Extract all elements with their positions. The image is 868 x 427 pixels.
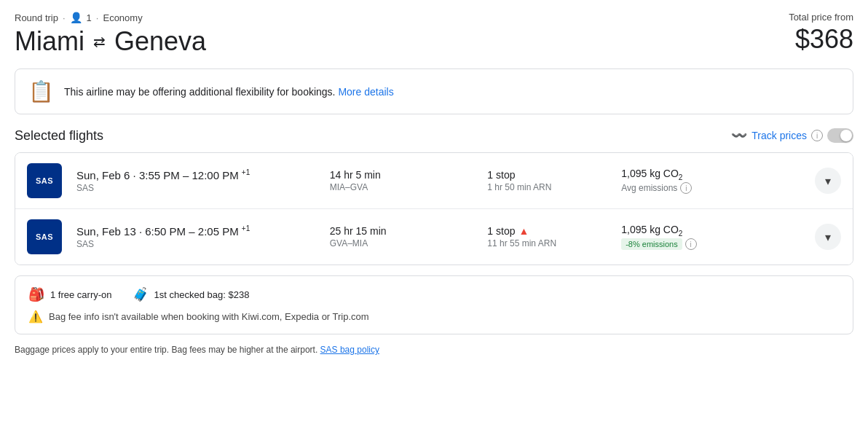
emissions-value-1: 1,095 kg CO2 [621, 168, 800, 181]
flight-emissions-2: 1,095 kg CO2 -8% emissions i [621, 224, 800, 251]
trip-meta: Round trip · 👤 1 · Economy [15, 12, 206, 23]
track-prices-area: 〰️ Track prices i [731, 128, 853, 144]
checked-bag-icon: 🧳 [133, 286, 149, 302]
flight-emissions-1: 1,095 kg CO2 Avg emissions i [621, 168, 800, 195]
section-title: Selected flights [15, 128, 103, 144]
flight-duration-1: 14 hr 5 min MIA–GVA [330, 169, 473, 192]
person-icon: 👤 [70, 12, 82, 23]
total-price-label: Total price from [789, 12, 853, 23]
flight-date-1: Sun, Feb 6 [76, 169, 130, 181]
track-prices-label[interactable]: Track prices [751, 130, 807, 141]
total-price-value: $368 [789, 24, 853, 55]
trip-type-label: Round trip [15, 12, 58, 23]
arrive-time-1: 12:00 PM [192, 169, 238, 181]
emissions-value-2: 1,095 kg CO2 [621, 224, 800, 238]
header-left: Round trip · 👤 1 · Economy Miami ⇄ Genev… [15, 12, 206, 57]
baggage-card: 🎒 1 free carry-on 🧳 1st checked bag: $23… [15, 275, 853, 334]
arrive-time-2: 2:05 PM [198, 225, 239, 238]
header-right: Total price from $368 [789, 12, 853, 55]
warning-icon-2: ▲ [518, 225, 529, 237]
depart-time-1: 3:55 PM [139, 169, 180, 181]
track-info-icon[interactable]: i [811, 130, 823, 141]
flight-date-2: Sun, Feb 13 [76, 225, 136, 238]
baggage-row: 🎒 1 free carry-on 🧳 1st checked bag: $23… [28, 286, 840, 302]
emissions-label-1: Avg emissions i [621, 182, 800, 194]
section-header: Selected flights 〰️ Track prices i [15, 128, 853, 144]
flight-stops-2: 1 stop ▲ 11 hr 55 min ARN [487, 225, 607, 248]
duration-route-1: MIA–GVA [330, 182, 473, 192]
flight-times-1: Sun, Feb 6 · 3:55 PM – 12:00 PM +1 [76, 168, 315, 181]
flexibility-text: This airline may be offering additional … [64, 86, 394, 98]
origin-city: Miami [15, 26, 84, 57]
baggage-warning-text: Bag fee info isn't available when bookin… [49, 311, 369, 322]
more-details-link[interactable]: More details [338, 86, 393, 98]
day-offset-2: +1 [242, 224, 250, 232]
flight-main-1: Sun, Feb 6 · 3:55 PM – 12:00 PM +1 SAS [76, 168, 315, 193]
carry-on-icon: 🎒 [28, 286, 44, 302]
emissions-label-2: -8% emissions i [621, 238, 800, 250]
duration-value-2: 25 hr 15 min [330, 225, 473, 237]
expand-button-2[interactable]: ▾ [815, 224, 841, 250]
depart-time-2: 6:50 PM [145, 225, 186, 238]
footer-note: Baggage prices apply to your entire trip… [15, 345, 853, 355]
stops-main-2: 1 stop ▲ [487, 225, 607, 237]
checked-bag-label: 1st checked bag: $238 [154, 289, 250, 300]
emissions-info-icon-2[interactable]: i [685, 238, 697, 250]
airline-logo-1: SAS [27, 163, 62, 198]
destination-city: Geneva [114, 26, 206, 57]
airline-name-1: SAS [76, 183, 315, 193]
warning-icon: ⚠️ [28, 310, 43, 324]
track-prices-toggle[interactable] [827, 128, 853, 143]
expand-button-1[interactable]: ▾ [815, 168, 841, 194]
passengers-label: 1 [87, 12, 92, 23]
flight-duration-2: 25 hr 15 min GVA–MIA [330, 225, 473, 248]
toggle-knob [840, 130, 852, 141]
baggage-warning: ⚠️ Bag fee info isn't available when boo… [28, 310, 840, 324]
duration-value-1: 14 hr 5 min [330, 169, 473, 181]
flexibility-icon: 📋 [28, 79, 54, 103]
emissions-badge-2: -8% emissions [621, 238, 682, 250]
airline-logo-2: SAS [27, 219, 62, 254]
footer-text: Baggage prices apply to your entire trip… [15, 345, 317, 355]
carry-on-label: 1 free carry-on [50, 289, 112, 300]
flights-container: SAS Sun, Feb 6 · 3:55 PM – 12:00 PM +1 S… [15, 152, 853, 265]
flight-times-2: Sun, Feb 13 · 6:50 PM – 2:05 PM +1 [76, 224, 315, 238]
day-offset-1: +1 [242, 168, 250, 176]
checked-bag-item: 🧳 1st checked bag: $238 [133, 286, 250, 302]
table-row: SAS Sun, Feb 6 · 3:55 PM – 12:00 PM +1 S… [15, 153, 853, 209]
flexibility-banner: 📋 This airline may be offering additiona… [15, 68, 853, 114]
trend-icon: 〰️ [731, 128, 747, 144]
flight-stops-1: 1 stop 1 hr 50 min ARN [487, 169, 607, 192]
airline-name-2: SAS [76, 239, 315, 249]
stops-detail-2: 11 hr 55 min ARN [487, 238, 607, 248]
sas-bag-policy-link[interactable]: SAS bag policy [320, 345, 379, 355]
emissions-info-icon-1[interactable]: i [680, 182, 692, 194]
route-title: Miami ⇄ Geneva [15, 26, 206, 57]
stops-main-1: 1 stop [487, 169, 607, 181]
stops-detail-1: 1 hr 50 min ARN [487, 182, 607, 192]
route-arrow: ⇄ [93, 33, 106, 50]
page-header: Round trip · 👤 1 · Economy Miami ⇄ Genev… [15, 12, 853, 57]
carry-on-item: 🎒 1 free carry-on [28, 286, 112, 302]
duration-route-2: GVA–MIA [330, 238, 473, 248]
table-row: SAS Sun, Feb 13 · 6:50 PM – 2:05 PM +1 S… [15, 209, 853, 265]
cabin-label: Economy [103, 12, 142, 23]
flight-main-2: Sun, Feb 13 · 6:50 PM – 2:05 PM +1 SAS [76, 224, 315, 249]
